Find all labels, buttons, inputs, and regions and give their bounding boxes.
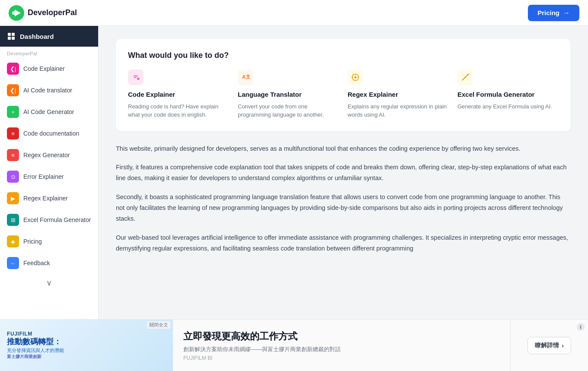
feature-excel-icon: [457, 70, 473, 85]
svg-rect-6: [12, 37, 15, 40]
svg-point-11: [355, 76, 357, 79]
ad-cta-arrow: ›: [562, 342, 564, 349]
feature-item-excel-formula-generator[interactable]: Excel Formula Generator Generate any Exc…: [457, 70, 559, 119]
error-explainer-icon: ⊙: [7, 171, 19, 183]
description-para-1: This website, primarily designed for dev…: [116, 143, 571, 154]
feature-regex-explainer-desc: Explains any regular expression in plain…: [348, 102, 449, 119]
sidebar-item-excel-formula-generator[interactable]: ⊞ Excel Formula Generator: [0, 209, 98, 231]
ai-code-generator-icon: +: [7, 106, 19, 118]
pricing-button-label: Pricing: [537, 9, 559, 16]
feature-item-language-translator[interactable]: A文 Language Translator Convert your code…: [238, 70, 339, 119]
feedback-icon: ←: [7, 257, 19, 269]
ad-sub-text: 創新解決方案助你未雨綢繆——與富士膠片商業創新總裁的對話: [183, 346, 500, 353]
svg-text:A文: A文: [242, 74, 250, 79]
sidebar-section-label: DeveloperPal: [0, 47, 98, 58]
sidebar-item-feedback[interactable]: ← Feedback: [0, 252, 98, 274]
feature-code-explainer-name: Code Explainer: [128, 90, 229, 99]
pricing-header-button[interactable]: Pricing →: [528, 5, 579, 21]
sidebar-item-label: Pricing: [23, 238, 42, 245]
pricing-button-arrow: →: [563, 9, 570, 17]
feature-regex-explainer-name: Regex Explainer: [348, 90, 449, 99]
sidebar-item-error-explainer[interactable]: ⊙ Error Explainer: [0, 166, 98, 187]
sidebar-item-dashboard[interactable]: Dashboard: [0, 26, 98, 47]
logo-area: DeveloperPal: [9, 5, 77, 21]
dashboard-icon: [7, 32, 16, 41]
sidebar-item-regex-explainer[interactable]: ▶ Regex Explainer: [0, 187, 98, 209]
code-documentation-icon: ≡: [7, 127, 19, 140]
description-para-2: Firstly, it features a comprehensive cod…: [116, 162, 571, 184]
ad-text-section: 立即發現更高效的工作方式 創新解決方案助你未雨綢繆——與富士膠片商業創新總裁的對…: [173, 320, 510, 371]
svg-point-2: [12, 11, 16, 15]
sidebar-collapse-button[interactable]: ∨: [0, 274, 98, 292]
sidebar-item-label: Error Explainer: [23, 173, 64, 180]
description-section: This website, primarily designed for dev…: [116, 143, 571, 254]
svg-rect-4: [12, 33, 15, 36]
feature-language-translator-desc: Convert your code from one programming l…: [238, 102, 339, 119]
feature-excel-desc: Generate any Excel Formula using AI.: [457, 102, 559, 111]
ad-banner: FUJIFILM 推動數碼轉型： 充分發揮資訊與人才的潛能 富士膠片商業創新 關…: [0, 319, 588, 371]
feature-item-code-explainer[interactable]: Code Explainer Reading code is hard? Hav…: [128, 70, 229, 119]
sidebar-item-pricing[interactable]: ◈ Pricing: [0, 231, 98, 252]
sidebar-item-label: Regex Explainer: [23, 195, 68, 202]
sidebar-item-label: Excel Formula Generator: [23, 216, 91, 223]
sidebar-item-label: Code Explainer: [23, 65, 65, 72]
top-header: DeveloperPal Pricing →: [0, 0, 588, 26]
svg-rect-5: [8, 37, 11, 40]
description-para-4: Our web-based tool leverages artificial …: [116, 232, 571, 254]
feature-grid: Code Explainer Reading code is hard? Hav…: [128, 70, 559, 119]
sidebar-item-label: AI Code Generator: [23, 108, 74, 115]
svg-rect-3: [8, 33, 11, 36]
ad-cta-label: 瞭解詳情: [535, 342, 559, 349]
sidebar-item-label: AI Code translator: [23, 87, 72, 94]
logo-text: DeveloperPal: [28, 8, 77, 17]
sidebar-item-ai-code-generator[interactable]: + AI Code Generator: [0, 101, 98, 123]
sidebar-item-label: Regex Generator: [23, 152, 70, 159]
svg-point-12: [467, 74, 469, 75]
regex-explainer-icon: ▶: [7, 192, 19, 204]
feature-card: What would you like to do? Code Explaine…: [116, 39, 571, 131]
ad-cta-button[interactable]: 瞭解詳情 ›: [527, 337, 571, 354]
feature-language-translator-icon: A文: [238, 70, 253, 85]
sidebar-item-label: Feedback: [23, 260, 50, 266]
feature-regex-explainer-icon: [348, 70, 363, 85]
feature-code-explainer-desc: Reading code is hard? Have explain what …: [128, 102, 229, 119]
ad-brand: FUJIFILM: [7, 331, 166, 337]
ad-sub-zh-2: 富士膠片商業創新: [7, 354, 166, 360]
excel-formula-generator-icon: ⊞: [7, 214, 19, 226]
feature-code-explainer-icon: [128, 70, 144, 85]
ad-close-button[interactable]: 關閉全文: [147, 321, 170, 329]
code-explainer-icon: ❮|: [7, 63, 19, 75]
sidebar-item-ai-code-translator[interactable]: ❮| AI Code translator: [0, 79, 98, 101]
sidebar-item-regex-generator[interactable]: ≡ Regex Generator: [0, 144, 98, 166]
ad-company-text: FUJIFILM BI: [183, 355, 500, 361]
ai-code-translator-icon: ❮|: [7, 84, 19, 96]
feature-language-translator-name: Language Translator: [238, 90, 339, 99]
pricing-icon: ◈: [7, 235, 19, 247]
logo-icon: [9, 5, 24, 21]
feature-item-regex-explainer[interactable]: Regex Explainer Explains any regular exp…: [348, 70, 449, 119]
ad-main-text: 立即發現更高效的工作方式: [183, 330, 500, 343]
ad-sub-zh-1: 充分發揮資訊與人才的潛能: [7, 347, 166, 354]
ad-headline-zh: 推動數碼轉型：: [7, 337, 166, 347]
ad-info-icon[interactable]: ℹ: [577, 323, 585, 331]
ad-image-section: FUJIFILM 推動數碼轉型： 充分發揮資訊與人才的潛能 富士膠片商業創新 關…: [0, 320, 173, 371]
sidebar-item-code-explainer[interactable]: ❮| Code Explainer: [0, 58, 98, 79]
regex-generator-icon: ≡: [7, 149, 19, 161]
ad-cta-section: ℹ 瞭解詳情 ›: [510, 320, 588, 371]
feature-card-title: What would you like to do?: [128, 51, 559, 60]
sidebar-item-code-documentation[interactable]: ≡ Code documentation: [0, 123, 98, 144]
description-para-3: Secondly, it boasts a sophisticated prog…: [116, 192, 571, 225]
dashboard-label: Dashboard: [20, 33, 54, 40]
sidebar-item-label: Code documentation: [23, 130, 79, 137]
feature-excel-name: Excel Formula Generator: [457, 90, 559, 99]
